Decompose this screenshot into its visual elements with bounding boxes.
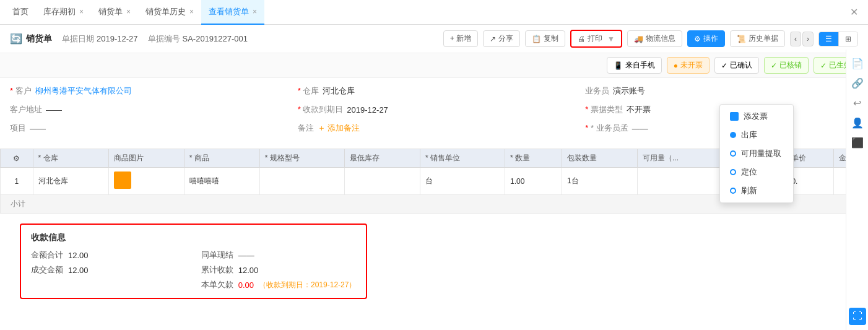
close-tab-history[interactable]: ×: [189, 7, 194, 16]
sidebar-user-icon[interactable]: 👤: [849, 114, 866, 131]
note-field: 备注 ＋ 添加备注: [298, 123, 571, 134]
doc-title: 🔄 销货单: [10, 33, 52, 45]
salesperson-field: 业务员 演示账号: [585, 85, 858, 97]
sidebar-expand-icon[interactable]: ⛶: [849, 308, 866, 325]
phone-icon: 📱: [614, 61, 623, 70]
confirm-button[interactable]: ✓ 已确认: [714, 57, 759, 74]
due-date-field: 收款到期日 2019-12-27: [298, 104, 571, 115]
print-icon: 🖨: [578, 35, 585, 43]
doc-date-value: 2019-12-27: [97, 34, 138, 43]
doc-date-field: 单据日期 2019-12-27: [62, 33, 138, 45]
menu-outbound[interactable]: 出库: [720, 126, 793, 144]
payment-box: 收款信息 金额合计 12.00 同单现结 —— 成交金额 12.00: [20, 224, 367, 299]
tab-sales-order[interactable]: 销货单 ×: [91, 0, 138, 25]
menu-refresh[interactable]: 刷新: [720, 181, 793, 200]
payment-section: 收款信息 金额合计 12.00 同单现结 —— 成交金额 12.00: [0, 214, 868, 309]
tab-home[interactable]: 首页: [5, 0, 36, 25]
available-qty-icon: [730, 150, 736, 157]
menu-add-invoice[interactable]: 添发票: [720, 107, 793, 126]
sidebar-return-icon[interactable]: ↩: [849, 94, 866, 111]
next-button[interactable]: ›: [802, 32, 814, 46]
history-button[interactable]: 📜 历史单据: [730, 30, 785, 47]
row-product: 嘻嘻嘻嘻: [184, 168, 259, 195]
locate-icon: [730, 169, 736, 175]
sales-order-icon: 🔄: [10, 33, 22, 45]
col-min-stock: 最低库存: [344, 149, 420, 168]
row-sales-unit: 台: [420, 168, 505, 195]
doc-header: 🔄 销货单 单据日期 2019-12-27 单据编号 SA-20191227-0…: [0, 25, 868, 53]
address-value: ——: [46, 105, 62, 115]
nav-arrows: ‹ ›: [790, 32, 814, 46]
warehouse-field: 仓库 河北仓库: [298, 85, 571, 97]
salesperson-value: 演示账号: [613, 85, 645, 97]
new-button[interactable]: + 新增: [443, 30, 478, 47]
outstanding-note: （收款到期日：2019-12-27）: [259, 280, 356, 290]
close-tab-view-sales[interactable]: ×: [253, 7, 257, 16]
col-warehouse: * 仓库: [33, 149, 108, 168]
operations-button[interactable]: ⚙ 操作: [687, 30, 725, 47]
outbound-icon: [730, 132, 736, 138]
cumulative-value: 12.00: [238, 266, 259, 275]
warehouse-value: 河北仓库: [323, 85, 355, 97]
row-pack-qty: 1台: [562, 168, 638, 195]
logistics-button[interactable]: 🚚 物流信息: [627, 30, 682, 47]
total-value: 12.00: [68, 251, 89, 260]
payment-grid: 金额合计 12.00 同单现结 —— 成交金额 12.00 累计收款 12.00: [31, 250, 356, 290]
grid-view-button[interactable]: ⊞: [839, 32, 857, 46]
sold-status-button[interactable]: ✓ 已核销: [764, 57, 809, 74]
address-field: 客户地址 ——: [10, 104, 283, 115]
confirm-icon: ✓: [721, 61, 727, 70]
row-available: [638, 168, 725, 195]
row-spec: [259, 168, 344, 195]
menu-locate[interactable]: 定位: [720, 163, 793, 181]
customer-value[interactable]: 柳州粤港平安气体有限公司: [35, 85, 132, 97]
payment-title: 收款信息: [31, 232, 356, 243]
right-sidebar: 📄 🔗 ↩ 👤 ⬛ ⛶: [846, 50, 868, 330]
row-num: 1: [1, 168, 33, 195]
second-bar: 📱 来自手机 ● 未开票 ✓ 已确认 ✓ 已核销 ✓ 已生效: [0, 53, 868, 78]
menu-available-qty[interactable]: 可用量提取: [720, 144, 793, 163]
not-open-button[interactable]: ● 未开票: [667, 57, 710, 74]
outstanding-row: 本单欠款 0.00 （收款到期日：2019-12-27）: [201, 279, 357, 290]
operations-dropdown: 添发票 出库 可用量提取 定位 刷新: [719, 104, 794, 203]
from-phone-button[interactable]: 📱 来自手机: [607, 57, 662, 74]
print-dropdown-arrow[interactable]: ▼: [607, 35, 615, 43]
share-button[interactable]: ↗ 分享: [483, 30, 520, 47]
doc-number-field: 单据编号 SA-20191227-001: [148, 33, 248, 45]
close-window-button[interactable]: ✕: [845, 4, 863, 20]
form-row-1: 客户 柳州粤港平安气体有限公司 仓库 河北仓库 业务员 演示账号: [10, 85, 858, 97]
add-invoice-icon: [730, 112, 739, 121]
col-product: * 商品: [184, 149, 259, 168]
transaction-row: 成交金额 12.00: [31, 264, 186, 276]
tab-sales-history[interactable]: 销货单历史 ×: [138, 0, 201, 25]
sidebar-link-icon[interactable]: 🔗: [849, 74, 866, 92]
col-gear[interactable]: ⚙: [1, 149, 33, 168]
tab-bar: 首页 库存期初 × 销货单 × 销货单历史 × 查看销货单 × ✕: [0, 0, 868, 25]
not-open-icon: ●: [674, 61, 678, 70]
close-tab-inventory[interactable]: ×: [79, 7, 84, 16]
tab-view-sales[interactable]: 查看销货单 ×: [201, 0, 264, 25]
doc-type-label: 销货单: [26, 33, 52, 45]
copy-button[interactable]: 📋 复制: [525, 30, 565, 47]
transaction-value: 12.00: [68, 266, 89, 275]
customer-field: 客户 柳州粤港平安气体有限公司: [10, 85, 283, 97]
col-available: 可用量（...: [638, 149, 725, 168]
tab-inventory-init[interactable]: 库存期初 ×: [36, 0, 91, 25]
prev-button[interactable]: ‹: [790, 32, 801, 46]
row-quantity: 1.00: [505, 168, 562, 195]
product-image: [114, 172, 131, 189]
doc-actions: + 新增 ↗ 分享 📋 复制 🖨 打印 ▼ 🚚 物流信息: [443, 30, 858, 48]
history-icon: 📜: [737, 35, 746, 43]
ticket-type-value: 不开票: [627, 104, 651, 115]
add-note-button[interactable]: ＋ 添加备注: [318, 123, 360, 134]
sidebar-block-icon[interactable]: ⬛: [849, 134, 866, 151]
print-button[interactable]: 🖨 打印 ▼: [570, 30, 622, 48]
salesperson2-value: ——: [632, 124, 648, 133]
row-product-img: [108, 168, 184, 195]
doc-meta: 单据日期 2019-12-27 单据编号 SA-20191227-001: [62, 33, 248, 45]
close-tab-sales[interactable]: ×: [126, 7, 131, 16]
sidebar-doc-icon[interactable]: 📄: [849, 54, 866, 72]
list-view-button[interactable]: ☰: [819, 32, 839, 46]
due-date-value: 2019-12-27: [347, 105, 388, 115]
col-spec: * 规格型号: [259, 149, 344, 168]
